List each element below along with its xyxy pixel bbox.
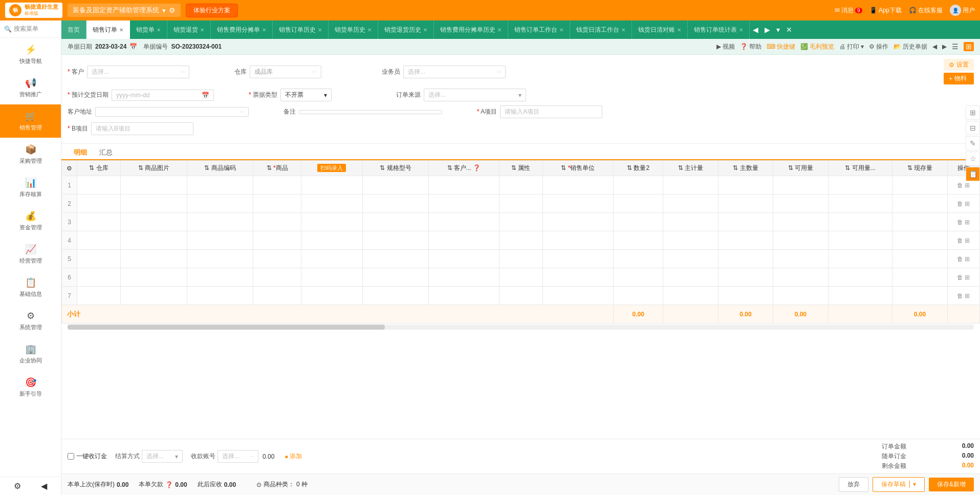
row-6-delete-icon[interactable]: 🗑 (957, 274, 963, 281)
customer-ellipsis[interactable]: ··· (181, 69, 185, 75)
tab-home[interactable]: 首页 (61, 20, 86, 39)
row-2-warehouse[interactable] (77, 195, 121, 213)
row-1-product[interactable] (253, 176, 301, 195)
col-qty2[interactable]: ⇅ 数量2 (613, 161, 663, 176)
horizontal-scrollbar[interactable] (68, 325, 974, 330)
sidebar-item-system[interactable]: ⚙ 系统管理 (0, 304, 61, 337)
print-btn[interactable]: 🖨 打印 ▾ (839, 42, 864, 51)
one-click-check[interactable] (68, 453, 74, 460)
delivery-calendar-icon[interactable]: 📅 (202, 92, 209, 99)
row-1-qty2[interactable] (613, 176, 663, 195)
tab-menu-btn[interactable]: ▾ (773, 26, 783, 34)
row-5-delete-icon[interactable]: 🗑 (957, 255, 963, 263)
tab-expense-split[interactable]: 销售费用分摊单 ✕ (211, 20, 273, 39)
shortcut-btn[interactable]: ⌨ 快捷键 (767, 42, 795, 51)
row-2-copy-icon[interactable]: ⊞ (965, 200, 970, 207)
salesman-input[interactable]: 选择... ··· (403, 66, 506, 78)
row-1-copy-icon[interactable]: ⊞ (965, 182, 970, 189)
customer-input[interactable]: 选择... ··· (87, 66, 189, 78)
tab-close-all-btn[interactable]: ✕ (783, 26, 795, 34)
user-btn[interactable]: 👤 用户 (950, 5, 975, 16)
col-available[interactable]: ⇅ 可用量 (773, 161, 828, 176)
tab-order-history-close[interactable]: ✕ (318, 27, 322, 33)
list-view-btn[interactable]: ☰ (952, 42, 959, 51)
row-1-code[interactable] (187, 176, 253, 195)
tab-sales-order-close[interactable]: ✕ (119, 27, 123, 33)
settings-quick-btn[interactable]: ⚙ 设置 (944, 59, 974, 71)
row-1-unit[interactable] (542, 176, 613, 195)
row-1-attr[interactable] (499, 176, 542, 195)
row-2-spec[interactable] (362, 195, 428, 213)
tab-daily-workbench-close[interactable]: ✕ (621, 27, 625, 33)
row-1-spec[interactable] (362, 176, 428, 195)
date-value[interactable]: 2023-03-24 (95, 43, 126, 50)
tab-sales-order[interactable]: 销售订单 ✕ (86, 20, 130, 39)
sidebar-item-enterprise[interactable]: 🏢 企业协同 (0, 337, 61, 371)
operation-btn[interactable]: ⚙ 操作 (869, 42, 888, 51)
scan-btn[interactable]: 扫码录入 (317, 164, 346, 172)
a-project-input[interactable]: 请输入A项目 (500, 105, 602, 118)
row-3-delete-icon[interactable]: 🗑 (957, 219, 963, 226)
tab-sales-doc[interactable]: 销货单 ✕ (130, 20, 167, 39)
sidebar-item-marketing[interactable]: 📢 营销推广 (0, 71, 61, 104)
row-2-attr[interactable] (499, 195, 542, 213)
tab-order-stats[interactable]: 销售订单统计表 ✕ (688, 20, 750, 39)
sidebar-item-sales[interactable]: 🛒 销售管理 (0, 104, 61, 138)
sidebar-item-inventory[interactable]: 📊 库存核算 (0, 171, 61, 204)
note-input[interactable] (299, 110, 442, 114)
tab-return-history-close[interactable]: ✕ (423, 27, 427, 33)
tab-sales-return-close[interactable]: ✕ (200, 27, 204, 33)
col-product-code[interactable]: ⇅ 商品编码 (187, 161, 253, 176)
col-available2[interactable]: ⇅ 可用量... (828, 161, 892, 176)
sidebar-settings-icon[interactable]: ⚙ (14, 481, 21, 491)
draft-arrow[interactable]: ▾ (909, 481, 916, 488)
row-5-copy-icon[interactable]: ⊞ (965, 255, 970, 263)
tab-expense-split-close[interactable]: ✕ (262, 27, 266, 33)
col-main-unit[interactable]: ⇅ 主计量 (663, 161, 718, 176)
grid-view-btn[interactable]: ⊞ (964, 42, 974, 51)
col-scan[interactable]: 扫码录入 (301, 161, 363, 176)
app-download-btn[interactable]: 📱 App下载 (869, 6, 902, 15)
sidebar-item-quick-nav[interactable]: ⚡ 快捷导航 (0, 38, 61, 71)
b-project-input[interactable]: 请输入B项目 (91, 122, 193, 135)
tab-workbench[interactable]: 销售订单工作台 ✕ (508, 20, 570, 39)
row-4-copy-icon[interactable]: ⊞ (965, 237, 970, 244)
tab-doc-history-close[interactable]: ✕ (367, 27, 372, 33)
system-title[interactable]: 装备及固定资产辅助管理系统 ▾ ⚙ (68, 4, 181, 17)
tab-workbench-close[interactable]: ✕ (559, 27, 563, 33)
right-panel-btn-1[interactable]: ⊞ (966, 105, 980, 120)
col-warehouse[interactable]: ⇅ 仓库 (77, 161, 121, 176)
col-settings[interactable]: ⚙ (62, 161, 77, 176)
row-4-delete-icon[interactable]: 🗑 (957, 237, 963, 244)
add-goods-btn[interactable]: + 物料 (944, 73, 974, 84)
preview-btn[interactable]: ▶ 视频 (716, 42, 735, 51)
profit-btn[interactable]: 💹 毛利预览 (800, 42, 834, 51)
tab-sales-return[interactable]: 销货退货 ✕ (167, 20, 211, 39)
tab-return-history[interactable]: 销货退货历史 ✕ (378, 20, 434, 39)
tab-detail[interactable]: 明细 (68, 146, 93, 160)
col-current-qty[interactable]: ⇅ 现存量 (892, 161, 947, 176)
settings-icon[interactable]: ⚙ (169, 6, 176, 14)
row-2-product[interactable] (253, 195, 301, 213)
calendar-icon[interactable]: 📅 (129, 43, 137, 50)
col-sales-unit[interactable]: ⇅ *销售单位 (542, 161, 613, 176)
row-2-cust-code[interactable] (429, 195, 499, 213)
row-1-warehouse[interactable] (77, 176, 121, 195)
row-2-delete-icon[interactable]: 🗑 (957, 200, 963, 207)
invoice-type-select[interactable]: 不开票 ▾ (280, 89, 332, 101)
tab-prev-btn[interactable]: ◀ (750, 26, 761, 34)
tab-summary[interactable]: 汇总 (93, 146, 119, 160)
row-7-delete-icon[interactable]: 🗑 (957, 292, 963, 299)
history-btn[interactable]: 📂 历史单据 (894, 42, 927, 51)
next-record-btn[interactable]: ▶ (942, 43, 947, 50)
scrollbar-thumb[interactable] (68, 325, 385, 330)
sidebar-collapse-icon[interactable]: ◀ (41, 481, 47, 491)
tab-doc-history[interactable]: 销货单历史 ✕ (329, 20, 378, 39)
add-receipt-btn[interactable]: ● 添加 (285, 452, 301, 461)
receipt-ellipsis[interactable]: ··· (250, 454, 254, 459)
sidebar-item-guide[interactable]: 🎯 新手引导 (0, 371, 61, 404)
tab-expense-history[interactable]: 销售费用分摊单历史 ✕ (434, 20, 508, 39)
right-panel-btn-4[interactable]: ☆ (966, 152, 980, 166)
address-input[interactable]: ··· (95, 107, 249, 117)
sidebar-item-basic-info[interactable]: 📋 基础信息 (0, 271, 61, 304)
